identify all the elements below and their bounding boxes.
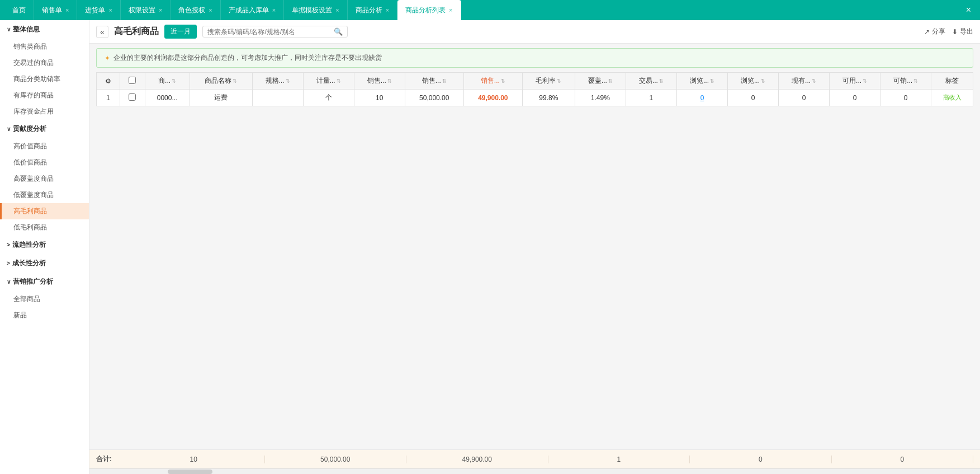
sidebar-group-overall[interactable]: ∨ 整体信息	[0, 20, 89, 39]
footer-available: 0	[832, 456, 974, 463]
nav-home[interactable]: 首页	[4, 0, 34, 20]
nav-template-settings[interactable]: 单据模板设置 ×	[284, 0, 347, 20]
col-sales-profit[interactable]: 销售...⇅	[463, 73, 522, 90]
collapse-button[interactable]: «	[96, 26, 108, 38]
nav-permissions[interactable]: 权限设置 ×	[121, 0, 171, 20]
col-saleable[interactable]: 可销...⇅	[880, 73, 931, 90]
row-tag: 高收入	[931, 90, 973, 106]
scrollbar-thumb[interactable]	[168, 470, 212, 474]
col-coverage[interactable]: 覆盖...⇅	[575, 73, 626, 90]
info-icon: ✦	[105, 54, 110, 62]
footer-current-stock: 0	[690, 456, 832, 463]
sidebar-item-new-products[interactable]: 新品	[0, 307, 89, 323]
export-button[interactable]: ⬇ 导出	[952, 27, 973, 36]
close-product-analysis-list-tab[interactable]: ×	[449, 7, 452, 13]
content-header: « 高毛利商品 近一月 🔍 ↗ 分享 ⬇ 导出	[89, 20, 980, 44]
col-views2[interactable]: 浏览...⇅	[728, 73, 779, 90]
col-views1[interactable]: 浏览...⇅	[676, 73, 727, 90]
col-settings[interactable]: ⚙	[97, 73, 120, 90]
close-product-warehouse-tab[interactable]: ×	[272, 7, 276, 13]
table-container: ⚙ 商...⇅ 商品名称⇅ 规格...⇅ 计量...⇅ 销售...⇅ 销售...…	[96, 72, 973, 449]
search-input[interactable]	[207, 28, 334, 36]
sidebar-group-trend[interactable]: > 流趋性分析	[0, 236, 89, 254]
footer-label: 合计:	[96, 454, 112, 464]
row-checkbox[interactable]	[129, 93, 136, 101]
search-icon[interactable]: 🔍	[334, 27, 343, 36]
col-gross-rate[interactable]: 毛利率⇅	[522, 73, 575, 90]
close-sales-tab[interactable]: ×	[65, 7, 69, 13]
horizontal-scrollbar[interactable]	[89, 468, 980, 474]
col-spec[interactable]: 规格...⇅	[252, 73, 303, 90]
footer-sales-profit: 49,900.00	[406, 456, 548, 463]
col-current-stock[interactable]: 现有...⇅	[779, 73, 830, 90]
close-purchase-tab[interactable]: ×	[108, 7, 112, 13]
header-actions: ↗ 分享 ⬇ 导出	[924, 27, 973, 36]
row-unit: 个	[303, 90, 354, 106]
arrow-trend: >	[7, 242, 10, 248]
row-gross-rate: 99.8%	[522, 90, 575, 106]
content-area: « 高毛利商品 近一月 🔍 ↗ 分享 ⬇ 导出 ✦ 企业的主要的利润都是这部	[89, 20, 980, 474]
row-sales-qty: 10	[354, 90, 405, 106]
row-views1[interactable]: 0	[676, 90, 727, 106]
col-transactions[interactable]: 交易...⇅	[626, 73, 676, 90]
row-spec	[252, 90, 303, 106]
arrow-contribution: ∨	[7, 126, 11, 132]
sidebar-group-contribution[interactable]: ∨ 贡献度分析	[0, 120, 89, 138]
row-views2: 0	[728, 90, 779, 106]
nav-purchase[interactable]: 进货单 ×	[77, 0, 120, 20]
col-tag[interactable]: 标签	[931, 73, 973, 90]
col-code[interactable]: 商...⇅	[145, 73, 190, 90]
col-checkbox[interactable]	[120, 73, 145, 90]
footer-transactions: 1	[548, 456, 690, 463]
arrow-marketing: ∨	[7, 279, 11, 285]
close-product-analysis-tab[interactable]: ×	[386, 7, 389, 13]
col-unit[interactable]: 计量...⇅	[303, 73, 354, 90]
select-all-checkbox[interactable]	[129, 77, 136, 84]
row-name: 运费	[190, 90, 252, 106]
close-all-tabs[interactable]: ×	[962, 5, 976, 15]
arrow-growth: >	[7, 260, 10, 266]
sidebar-group-growth[interactable]: > 成长性分析	[0, 254, 89, 273]
nav-product-analysis-list[interactable]: 商品分析列表 ×	[397, 0, 461, 20]
row-index: 1	[97, 90, 120, 106]
close-roles-tab[interactable]: ×	[209, 7, 212, 13]
footer-sales-amt: 50,000.00	[265, 456, 407, 463]
nav-sales[interactable]: 销售单 ×	[34, 0, 77, 20]
row-available: 0	[830, 90, 880, 106]
share-button[interactable]: ↗ 分享	[924, 27, 945, 36]
col-available[interactable]: 可用...⇅	[830, 73, 880, 90]
arrow-overall: ∨	[7, 26, 11, 32]
nav-product-warehouse[interactable]: 产成品入库单 ×	[221, 0, 284, 20]
nav-product-analysis[interactable]: 商品分析 ×	[348, 0, 397, 20]
row-checkbox-cell[interactable]	[120, 90, 145, 106]
row-sales-profit: 49,900.00	[463, 90, 522, 106]
sidebar-item-traded-products[interactable]: 交易过的商品	[0, 55, 89, 71]
data-table: ⚙ 商...⇅ 商品名称⇅ 规格...⇅ 计量...⇅ 销售...⇅ 销售...…	[96, 72, 973, 106]
table-footer: 合计: 10 50,000.00 49,900.00 1 0 0	[89, 449, 980, 468]
sidebar-item-high-value[interactable]: 高价值商品	[0, 138, 89, 154]
footer-values: 10 50,000.00 49,900.00 1 0 0	[123, 456, 973, 463]
sidebar-group-marketing[interactable]: ∨ 营销推广分析	[0, 273, 89, 291]
sidebar-item-sales-products[interactable]: 销售类商品	[0, 39, 89, 55]
filter-recent-month[interactable]: 近一月	[164, 25, 197, 39]
col-sales-qty[interactable]: 销售...⇅	[354, 73, 405, 90]
sidebar-item-high-coverage[interactable]: 高覆盖度商品	[0, 171, 89, 187]
sidebar-item-low-coverage[interactable]: 低覆盖度商品	[0, 187, 89, 203]
close-template-settings-tab[interactable]: ×	[335, 7, 339, 13]
sidebar-item-all-products[interactable]: 全部商品	[0, 291, 89, 307]
row-code: 0000...	[145, 90, 190, 106]
col-name[interactable]: 商品名称⇅	[190, 73, 252, 90]
sidebar-item-low-margin[interactable]: 低毛利商品	[0, 219, 89, 236]
search-box: 🔍	[202, 26, 348, 37]
row-transactions: 1	[626, 90, 676, 106]
sidebar-item-category-assist[interactable]: 商品分类助销率	[0, 71, 89, 87]
col-sales-amt[interactable]: 销售...⇅	[405, 73, 463, 90]
sidebar-item-low-value[interactable]: 低价值商品	[0, 154, 89, 171]
nav-roles[interactable]: 角色授权 ×	[171, 0, 220, 20]
sidebar-item-stocked-products[interactable]: 有库存的商品	[0, 87, 89, 104]
info-banner: ✦ 企业的主要的利润都是这部分商品创造的，可考虑加大推广，同时关注库存是不要出现…	[96, 48, 973, 68]
sidebar-item-high-margin[interactable]: 高毛利商品	[0, 203, 89, 219]
close-permissions-tab[interactable]: ×	[159, 7, 162, 13]
row-sales-amt: 50,000.00	[405, 90, 463, 106]
sidebar-item-stock-capital[interactable]: 库存资金占用	[0, 104, 89, 120]
